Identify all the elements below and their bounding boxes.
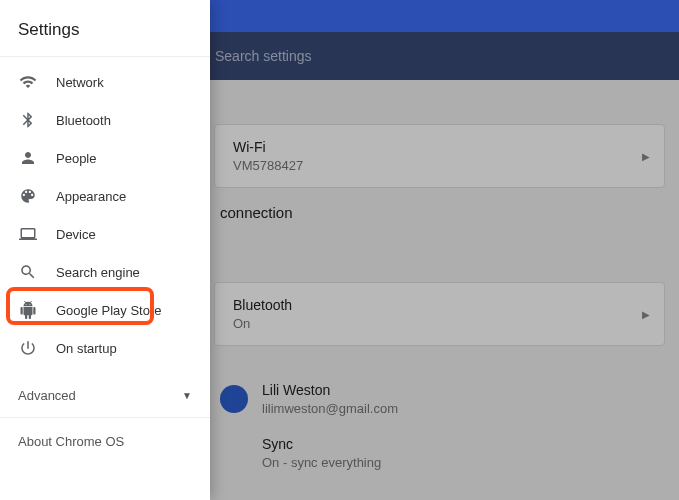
- person-icon: [18, 148, 38, 168]
- about-label: About Chrome OS: [18, 434, 124, 449]
- sidebar-item-bluetooth[interactable]: Bluetooth: [0, 101, 210, 139]
- sidebar-item-search-engine[interactable]: Search engine: [0, 253, 210, 291]
- power-icon: [18, 338, 38, 358]
- search-icon: [18, 262, 38, 282]
- sidebar-item-device[interactable]: Device: [0, 215, 210, 253]
- sidebar-item-people[interactable]: People: [0, 139, 210, 177]
- android-icon: [18, 300, 38, 320]
- sidebar-item-label: Device: [56, 227, 96, 242]
- sidebar-advanced[interactable]: Advanced ▼: [0, 373, 210, 417]
- sidebar-about[interactable]: About Chrome OS: [0, 418, 210, 465]
- laptop-icon: [18, 224, 38, 244]
- sidebar-title: Settings: [0, 0, 210, 56]
- sidebar-item-label: Search engine: [56, 265, 140, 280]
- sidebar-item-on-startup[interactable]: On startup: [0, 329, 210, 367]
- sidebar-item-google-play-store[interactable]: Google Play Store: [0, 291, 210, 329]
- sidebar-item-label: Network: [56, 75, 104, 90]
- settings-sidebar: Settings Network Bluetooth People Appear…: [0, 0, 210, 500]
- sidebar-item-network[interactable]: Network: [0, 63, 210, 101]
- sidebar-item-label: Bluetooth: [56, 113, 111, 128]
- wifi-icon: [18, 72, 38, 92]
- sidebar-item-label: On startup: [56, 341, 117, 356]
- caret-down-icon: ▼: [182, 390, 192, 401]
- palette-icon: [18, 186, 38, 206]
- sidebar-item-label: Appearance: [56, 189, 126, 204]
- bluetooth-icon: [18, 110, 38, 130]
- sidebar-item-appearance[interactable]: Appearance: [0, 177, 210, 215]
- sidebar-item-label: People: [56, 151, 96, 166]
- sidebar-item-label: Google Play Store: [56, 303, 162, 318]
- advanced-label: Advanced: [18, 388, 76, 403]
